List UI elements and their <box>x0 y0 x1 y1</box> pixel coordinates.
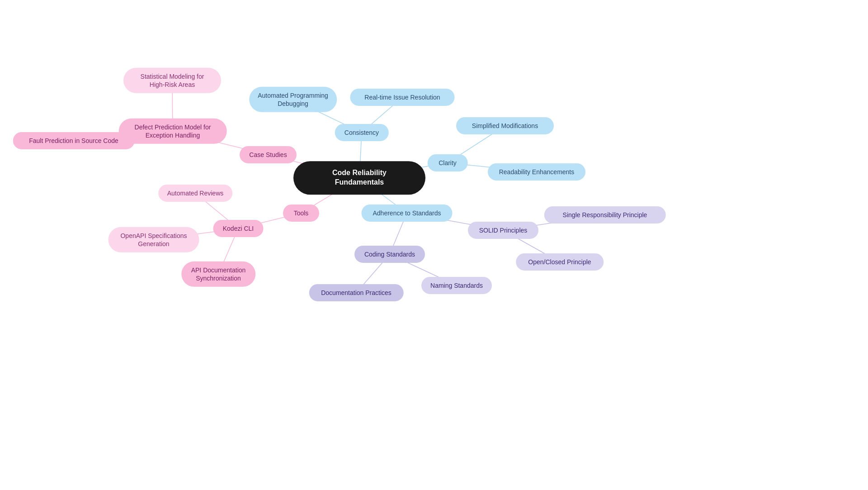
node-simplified_mod[interactable]: Simplified Modifications <box>456 117 554 134</box>
node-consistency[interactable]: Consistency <box>335 124 389 141</box>
node-single_resp[interactable]: Single Responsibility Principle <box>544 206 666 224</box>
node-openapi_spec[interactable]: OpenAPI SpecificationsGeneration <box>108 227 199 252</box>
node-realtime_issue[interactable]: Real-time Issue Resolution <box>350 89 455 106</box>
node-automated_programming[interactable]: Automated ProgrammingDebugging <box>249 87 337 112</box>
node-api_doc_sync[interactable]: API DocumentationSynchronization <box>181 262 255 287</box>
node-kodezi_cli[interactable]: Kodezi CLI <box>213 220 264 237</box>
node-open_closed[interactable]: Open/Closed Principle <box>516 253 604 271</box>
node-automated_rev[interactable]: Automated Reviews <box>158 185 232 202</box>
node-fault_pred[interactable]: Fault Prediction in Source Code <box>13 132 135 149</box>
node-readability[interactable]: Readability Enhancements <box>488 163 585 181</box>
node-clarity[interactable]: Clarity <box>428 154 468 171</box>
node-case_studies[interactable]: Case Studies <box>240 146 297 163</box>
node-coding_standards[interactable]: Coding Standards <box>354 246 425 263</box>
node-solid_principles[interactable]: SOLID Principles <box>468 222 538 239</box>
node-statistical_mod[interactable]: Statistical Modeling forHigh-Risk Areas <box>123 68 221 93</box>
node-naming_standards[interactable]: Naming Standards <box>421 277 492 294</box>
node-doc_practices[interactable]: Documentation Practices <box>309 284 404 301</box>
node-center[interactable]: Code Reliability Fundamentals <box>293 161 425 195</box>
mindmap-canvas: Code Reliability FundamentalsConsistency… <box>0 0 868 490</box>
node-defect_pred[interactable]: Defect Prediction Model forException Han… <box>119 119 227 144</box>
node-adherence[interactable]: Adherence to Standards <box>362 205 453 222</box>
node-tools[interactable]: Tools <box>283 205 319 222</box>
